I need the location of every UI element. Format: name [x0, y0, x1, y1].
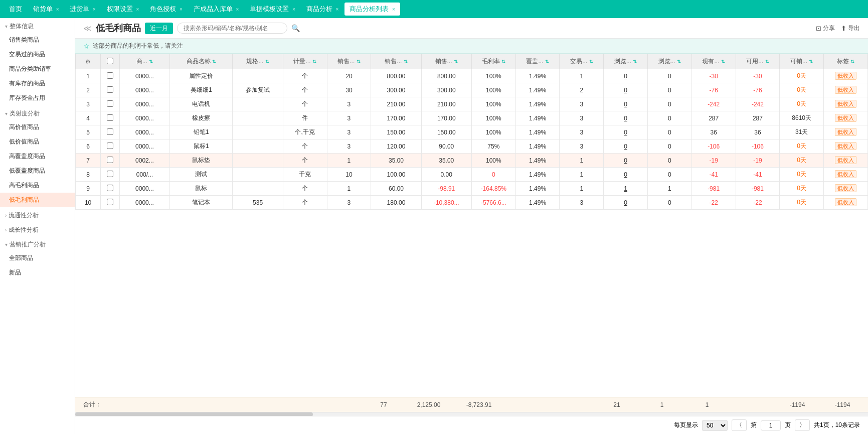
close-product-entry-icon[interactable]: × — [236, 7, 239, 12]
row-select-checkbox[interactable] — [107, 100, 113, 107]
sidebar-item-high-margin[interactable]: 高毛利商品 — [0, 178, 75, 193]
row-select-checkbox[interactable] — [107, 157, 113, 163]
nav-product-entry[interactable]: 产成品入库单 × — [189, 3, 244, 16]
close-role-auth-icon[interactable]: × — [180, 7, 183, 12]
col-browse2[interactable]: 浏览... ⇅ — [648, 54, 692, 69]
browse1-link[interactable]: 0 — [624, 87, 627, 94]
col-sales-qty[interactable]: 销售... ⇅ — [327, 54, 371, 69]
row-select-checkbox[interactable] — [107, 128, 113, 135]
nav-product-analysis[interactable]: 商品分析 × — [301, 3, 343, 16]
col-gross-rate[interactable]: 毛利率 ⇅ — [471, 54, 515, 69]
sidebar-item-stock-capital[interactable]: 库存资金占用 — [0, 91, 75, 105]
sidebar-group-category[interactable]: ▾ 类射度分析 — [0, 105, 75, 120]
row-select-checkbox[interactable] — [107, 185, 113, 191]
row-checkbox[interactable] — [101, 125, 120, 139]
row-select-checkbox[interactable] — [107, 86, 113, 93]
sidebar-group-growth[interactable]: › 成长性分析 — [0, 222, 75, 236]
nav-home[interactable]: 首页 — [4, 3, 27, 16]
horizontal-scrollbar[interactable] — [75, 412, 868, 416]
sidebar-item-sales-products[interactable]: 销售类商品 — [0, 33, 75, 47]
col-available[interactable]: 可用... ⇅ — [736, 54, 780, 69]
close-template-icon[interactable]: × — [292, 7, 295, 12]
row-browse1[interactable]: 1 — [604, 182, 648, 196]
browse1-link[interactable]: 0 — [624, 199, 627, 206]
row-browse1[interactable]: 0 — [604, 125, 648, 139]
sidebar-group-marketing[interactable]: ▾ 营销推广分析 — [0, 236, 75, 251]
close-analysis-icon[interactable]: × — [335, 7, 338, 12]
collapse-sidebar-btn[interactable]: ≪ — [83, 24, 92, 33]
row-browse1[interactable]: 0 — [604, 168, 648, 182]
row-browse1[interactable]: 0 — [604, 139, 648, 154]
nav-template-settings[interactable]: 单据模板设置 × — [245, 3, 300, 16]
sidebar-item-low-coverage[interactable]: 低覆盖度商品 — [0, 164, 75, 178]
col-tag[interactable]: 标签 ⇅ — [824, 54, 868, 69]
row-checkbox[interactable] — [101, 168, 120, 182]
col-spec[interactable]: 规格... ⇅ — [233, 54, 283, 69]
nav-permissions[interactable]: 权限设置 × — [102, 3, 144, 16]
col-sales-amount[interactable]: 销售... ⇅ — [371, 54, 421, 69]
share-btn[interactable]: ⊡ 分享 — [816, 24, 835, 33]
sidebar-item-all-products[interactable]: 全部商品 — [0, 251, 75, 265]
row-checkbox[interactable] — [101, 83, 120, 97]
row-select-checkbox[interactable] — [107, 171, 113, 177]
col-name[interactable]: 商品名称 ⇅ — [170, 54, 233, 69]
row-browse1[interactable]: 0 — [604, 154, 648, 168]
row-browse1[interactable]: 0 — [604, 196, 648, 210]
row-select-checkbox[interactable] — [107, 199, 113, 205]
col-code[interactable]: 商... ⇅ — [119, 54, 169, 69]
row-checkbox[interactable] — [101, 97, 120, 111]
close-permissions-icon[interactable]: × — [136, 7, 139, 12]
sidebar-item-high-value[interactable]: 高价值商品 — [0, 120, 75, 134]
sidebar-item-category-rate[interactable]: 商品分类助销率 — [0, 62, 75, 76]
row-checkbox[interactable] — [101, 154, 120, 168]
row-checkbox[interactable] — [101, 196, 120, 210]
export-btn[interactable]: ⬆ 导出 — [841, 24, 860, 33]
row-select-checkbox[interactable] — [107, 114, 113, 121]
sidebar-group-overall[interactable]: ▾ 整体信息 — [0, 18, 75, 33]
close-purchase-order-icon[interactable]: × — [93, 7, 96, 12]
filter-recent-month-btn[interactable]: 近一月 — [145, 23, 173, 34]
col-browse1[interactable]: 浏览... ⇅ — [604, 54, 648, 69]
search-input[interactable] — [177, 23, 287, 34]
prev-page-btn[interactable]: 〈 — [732, 419, 747, 431]
select-all-checkbox[interactable] — [107, 58, 113, 64]
browse1-link[interactable]: 1 — [624, 185, 627, 192]
sidebar-item-in-stock[interactable]: 有库存的商品 — [0, 76, 75, 91]
col-checkbox[interactable] — [101, 54, 120, 69]
nav-analysis-list[interactable]: 商品分析列表 × — [344, 3, 400, 16]
browse1-link[interactable]: 0 — [624, 171, 627, 178]
col-coverage[interactable]: 覆盖... ⇅ — [515, 54, 560, 69]
sidebar-group-flow[interactable]: › 流通性分析 — [0, 207, 75, 222]
col-sales-profit[interactable]: 销售... ⇅ — [421, 54, 471, 69]
row-browse1[interactable]: 0 — [604, 83, 648, 97]
browse1-link[interactable]: 0 — [624, 101, 627, 108]
col-trade[interactable]: 交易... ⇅ — [560, 54, 604, 69]
browse1-link[interactable]: 0 — [624, 157, 627, 164]
page-number-input[interactable] — [761, 420, 781, 430]
row-checkbox[interactable] — [101, 139, 120, 154]
per-page-select[interactable]: 50 10 20 100 — [702, 420, 728, 431]
col-stock[interactable]: 现有... ⇅ — [691, 54, 736, 69]
search-icon[interactable]: 🔍 — [291, 24, 300, 32]
sidebar-item-high-coverage[interactable]: 高覆盖度商品 — [0, 149, 75, 164]
row-browse1[interactable]: 0 — [604, 97, 648, 111]
row-select-checkbox[interactable] — [107, 72, 113, 79]
sidebar-item-traded-products[interactable]: 交易过的商品 — [0, 47, 75, 62]
browse1-link[interactable]: 0 — [624, 129, 627, 136]
sidebar-item-low-margin[interactable]: 低毛利商品 — [0, 193, 75, 207]
sidebar-item-new-products[interactable]: 新品 — [0, 265, 75, 280]
row-select-checkbox[interactable] — [107, 142, 113, 149]
close-analysis-list-icon[interactable]: × — [392, 7, 395, 12]
browse1-link[interactable]: 0 — [624, 115, 627, 122]
sidebar-item-low-value[interactable]: 低价值商品 — [0, 134, 75, 149]
row-checkbox[interactable] — [101, 69, 120, 83]
row-checkbox[interactable] — [101, 111, 120, 125]
nav-role-auth[interactable]: 角色授权 × — [145, 3, 187, 16]
close-sales-order-icon[interactable]: × — [56, 7, 59, 12]
browse1-link[interactable]: 0 — [624, 73, 627, 80]
row-checkbox[interactable] — [101, 182, 120, 196]
col-unit[interactable]: 计量... ⇅ — [283, 54, 327, 69]
nav-sales-order[interactable]: 销货单 × — [28, 3, 64, 16]
nav-purchase-order[interactable]: 进货单 × — [65, 3, 100, 16]
row-browse1[interactable]: 0 — [604, 111, 648, 125]
